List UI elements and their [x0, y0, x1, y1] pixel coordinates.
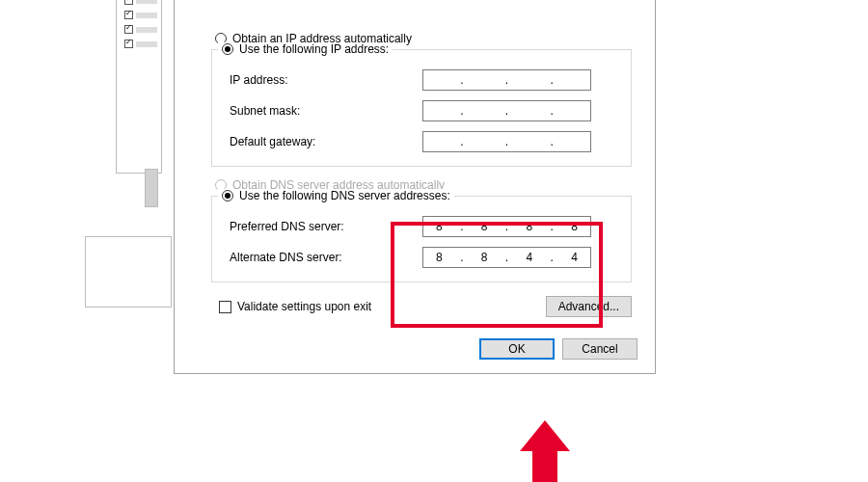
- cancel-button[interactable]: Cancel: [562, 338, 637, 360]
- alternate-dns-row: Alternate DNS server: 8. 8. 4. 4: [230, 247, 619, 268]
- checkbox-unchecked-icon: [219, 301, 231, 313]
- validate-settings-checkbox[interactable]: Validate settings upon exit: [219, 300, 371, 313]
- validate-settings-label: Validate settings upon exit: [237, 300, 371, 313]
- default-gateway-label: Default gateway:: [230, 135, 422, 148]
- default-gateway-input[interactable]: . . .: [422, 131, 591, 152]
- preferred-dns-input[interactable]: 8. 8. 8. 8: [422, 216, 591, 237]
- ipv4-properties-dialog: Obtain an IP address automatically Use t…: [174, 0, 656, 374]
- alternate-dns-input[interactable]: 8. 8. 4. 4: [422, 247, 591, 268]
- ip-address-input[interactable]: . . .: [422, 69, 591, 91]
- background-scrollbar: [145, 169, 158, 207]
- subnet-mask-label: Subnet mask:: [230, 104, 422, 118]
- subnet-mask-row: Subnet mask: . . .: [230, 100, 619, 121]
- use-following-ip-group: Use the following IP address: IP address…: [211, 49, 632, 167]
- radio-selected-icon: [222, 190, 233, 201]
- use-following-dns-radio[interactable]: Use the following DNS server addresses:: [218, 189, 454, 202]
- subnet-mask-input[interactable]: . . .: [422, 100, 591, 121]
- ip-address-label: IP address:: [230, 73, 422, 87]
- radio-selected-icon: [222, 43, 233, 55]
- ok-button[interactable]: OK: [479, 338, 555, 360]
- dialog-actions: OK Cancel: [192, 338, 637, 360]
- background-panel-left: [116, 0, 162, 174]
- background-panel-bottom: [85, 236, 172, 308]
- use-following-ip-radio[interactable]: Use the following IP address:: [218, 42, 393, 56]
- annotation-arrow-icon: [511, 420, 579, 482]
- preferred-dns-label: Preferred DNS server:: [230, 220, 422, 233]
- advanced-button[interactable]: Advanced...: [546, 296, 632, 317]
- ip-address-row: IP address: . . .: [230, 69, 619, 91]
- use-following-ip-label: Use the following IP address:: [239, 42, 389, 56]
- alternate-dns-label: Alternate DNS server:: [230, 251, 422, 264]
- background-list: [124, 0, 157, 48]
- preferred-dns-row: Preferred DNS server: 8. 8. 8. 8: [230, 216, 619, 237]
- use-following-dns-label: Use the following DNS server addresses:: [239, 189, 450, 202]
- default-gateway-row: Default gateway: . . .: [230, 131, 619, 152]
- use-following-dns-group: Use the following DNS server addresses: …: [211, 196, 632, 282]
